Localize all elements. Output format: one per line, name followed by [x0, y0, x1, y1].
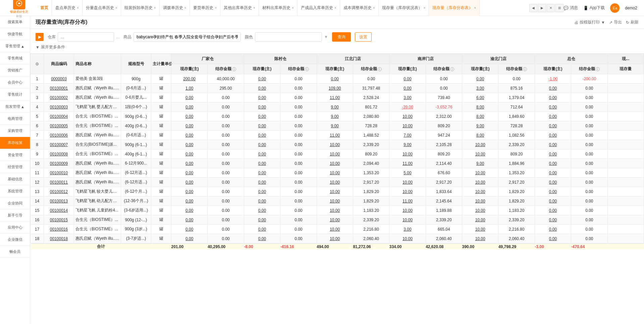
cell-na-qty[interactable]: 3.00	[389, 93, 426, 102]
cell-yb-qty[interactable]: 8.00	[462, 131, 498, 140]
app-download-btn[interactable]: 📱 App下载	[583, 5, 605, 11]
sidebar-item-finance[interactable]: 资金管理	[0, 149, 30, 161]
cell-jb-qty[interactable]: 10.00	[317, 206, 353, 215]
sidebar-item-apps[interactable]: 应用中心	[0, 222, 30, 234]
cell-f-qty[interactable]: 0.00	[171, 168, 208, 178]
color-input[interactable]	[255, 32, 322, 42]
cell-t-qty[interactable]: -1.00	[535, 74, 571, 84]
cell-jb-qty[interactable]: 109.00	[317, 84, 353, 93]
tab-xiancun-dist[interactable]: 现存量（库存分布表）×	[429, 0, 480, 16]
cell-t-qty[interactable]: 0.00	[535, 112, 571, 121]
cell-t-qty[interactable]: 0.00	[535, 149, 571, 159]
cell-yb-qty[interactable]: 10.00	[462, 206, 498, 215]
cell-c-qty[interactable]: 0.00	[244, 178, 280, 187]
cell-f-qty[interactable]: 0.00	[171, 131, 208, 140]
export-btn[interactable]: ↗ 导出	[609, 19, 622, 25]
cell-jb-qty[interactable]: 10.00	[317, 187, 353, 196]
cell-c-qty[interactable]: 0.00	[244, 225, 280, 234]
cell-t-qty[interactable]: 0.00	[535, 234, 571, 244]
cell-t-qty[interactable]: 0.00	[535, 196, 571, 206]
cell-code[interactable]: 00100008	[44, 149, 74, 159]
cell-na-qty[interactable]: 0.00	[389, 84, 426, 93]
tab-home[interactable]: 首页	[37, 0, 52, 16]
cell-code[interactable]: 00100015	[44, 215, 74, 225]
cell-code[interactable]: 00100013	[44, 196, 74, 206]
cell-t-qty[interactable]: 0.00	[535, 187, 571, 196]
tab-zuzhuan[interactable]: 组装拆卸单历史 ×	[121, 0, 160, 16]
cell-jb-qty[interactable]: 10.00	[317, 225, 353, 234]
cell-t-qty[interactable]: 0.00	[535, 178, 571, 187]
sidebar-item-member2[interactable]: 畅会员	[0, 246, 30, 258]
cell-jb-qty[interactable]: 9.00	[317, 102, 353, 112]
cell-f-qty[interactable]: 0.00	[171, 178, 208, 187]
tab-close[interactable]: ×	[253, 6, 255, 10]
cell-jb-qty[interactable]: 10.00	[317, 159, 353, 168]
cell-jb-qty[interactable]: 11.00	[317, 93, 353, 102]
cell-code[interactable]: 00100003	[44, 102, 74, 112]
cell-t-qty[interactable]: 0.00	[535, 159, 571, 168]
cell-yb-qty[interactable]: 10.00	[462, 149, 498, 159]
cell-t-qty[interactable]: 0.00	[535, 140, 571, 149]
cell-jb-qty[interactable]: 11.00	[317, 131, 353, 140]
cell-na-qty[interactable]: 11.00	[389, 196, 426, 206]
cell-yb-qty[interactable]: 0.00	[462, 74, 498, 84]
tab-chenben[interactable]: 成本调整单历史 ×	[340, 0, 379, 16]
cell-na-qty[interactable]: 10.00	[389, 234, 426, 244]
sidebar-item-quicknav[interactable]: 快捷导航	[0, 28, 30, 40]
cell-c-qty[interactable]: 0.00	[244, 102, 280, 112]
filter-toggle-btn[interactable]: ▶	[36, 33, 44, 41]
cell-f-qty[interactable]: 0.00	[171, 196, 208, 206]
tab-pandian[interactable]: 盘点单历史 ×	[52, 0, 83, 16]
tab-close[interactable]: ×	[373, 6, 375, 10]
cell-jb-qty[interactable]: 0.00	[317, 74, 353, 84]
cell-code[interactable]: 00100007	[44, 140, 74, 149]
expand-conditions-btn[interactable]: ▼ 展开更多条件	[36, 44, 639, 50]
info-icon-1[interactable]: i	[232, 67, 236, 71]
tab-qitachuku[interactable]: 其他出库单历史 ×	[220, 0, 259, 16]
cell-f-qty[interactable]: 0.00	[171, 159, 208, 168]
cell-na-qty[interactable]: 3.00	[389, 225, 426, 234]
cell-jb-qty[interactable]: 10.00	[317, 178, 353, 187]
cell-na-qty[interactable]: 10.00	[389, 206, 426, 215]
cell-yb-qty[interactable]: 10.00	[462, 215, 498, 225]
table-container[interactable]: ⚙ 商品编码 商品名称 规格型号 主计量单位 厂家仓 陈村仓 江北门店 南岸门店…	[30, 54, 644, 324]
cell-c-qty[interactable]: 0.00	[244, 112, 280, 121]
cell-code[interactable]: 00100005	[44, 121, 74, 131]
cell-na-qty[interactable]: 10.00	[389, 149, 426, 159]
cell-yb-qty[interactable]: 8.00	[462, 102, 498, 112]
warehouse-input[interactable]	[58, 32, 114, 42]
sidebar-item-retail-shop[interactable]: 零售商城	[0, 52, 30, 64]
cell-c-qty[interactable]: 0.00	[244, 187, 280, 196]
cell-yb-qty[interactable]: 8.00	[462, 112, 498, 121]
cell-f-qty[interactable]: 0.00	[171, 149, 208, 159]
cell-jb-qty[interactable]: 10.00	[317, 149, 353, 159]
cell-na-qty[interactable]: 9.00	[389, 140, 426, 149]
cell-f-qty[interactable]: 0.00	[171, 225, 208, 234]
tab-fenpandian[interactable]: 分量盘点单历史 ×	[83, 0, 121, 16]
cell-c-qty[interactable]: 0.00	[244, 168, 280, 178]
tab-close[interactable]: ×	[184, 6, 186, 10]
sidebar-item-enterprise[interactable]: 企业协同	[0, 197, 30, 210]
cell-code[interactable]: 00100006	[44, 131, 74, 140]
cell-f-qty[interactable]: 0.00	[171, 93, 208, 102]
sidebar-item-basic-info[interactable]: 基础信息	[0, 173, 30, 185]
sidebar-item-ecommerce[interactable]: 电商管理	[0, 113, 30, 125]
cell-t-qty[interactable]: 0.00	[535, 121, 571, 131]
search-btn[interactable]: 查询	[332, 32, 351, 42]
cell-c-qty[interactable]: 0.00	[244, 121, 280, 131]
cell-code[interactable]: 0000003	[44, 74, 74, 84]
cell-na-qty[interactable]: 10.00	[389, 187, 426, 196]
print-btn[interactable]: 🖨 按模版打印 ▼	[574, 19, 605, 25]
cell-f-qty[interactable]: 0.00	[171, 112, 208, 121]
tab-xiancun-status[interactable]: 现存量（库存状况表）×	[379, 0, 429, 16]
cell-na-qty[interactable]: 10.00	[389, 215, 426, 225]
cell-yb-qty[interactable]: 10.00	[462, 168, 498, 178]
cell-t-qty[interactable]: 0.00	[535, 225, 571, 234]
cell-c-qty[interactable]: 0.00	[244, 206, 280, 215]
tab-close[interactable]: ×	[115, 6, 117, 10]
cell-yb-qty[interactable]: 10.00	[462, 187, 498, 196]
cell-jb-qty[interactable]: 10.00	[317, 168, 353, 178]
refresh-btn[interactable]: ↻ 刷新	[626, 19, 639, 25]
cell-f-qty[interactable]: 0.00	[171, 140, 208, 149]
cell-t-qty[interactable]: 0.00	[535, 168, 571, 178]
